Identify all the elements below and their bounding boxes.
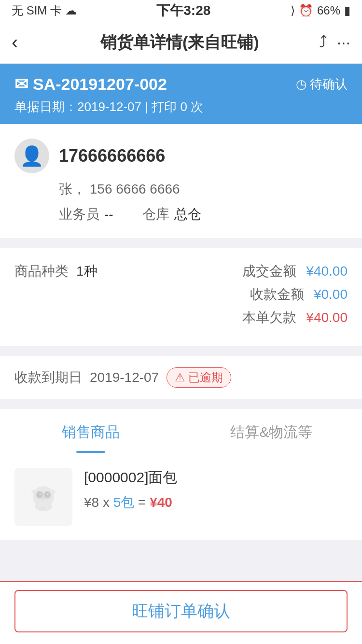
quantity: 5包: [113, 495, 135, 510]
amount-card: 商品种类 1种 成交金额 ¥40.00 收款金额 ¥0.00 本单欠款 ¥40.…: [0, 248, 362, 346]
product-item: 群+ [0000002]面包 ¥8 x 5包 = ¥40: [0, 453, 362, 540]
amount-details: 成交金额 ¥40.00 收款金额 ¥0.00 本单欠款 ¥40.00: [242, 262, 348, 332]
product-thumbnail: 群+: [24, 482, 63, 511]
status-text: 待确认: [310, 76, 348, 93]
received-value: ¥0.00: [314, 287, 348, 302]
battery-indicator: 66%: [317, 4, 340, 17]
product-type-label: 商品种类: [14, 262, 69, 280]
page-title: 销货单详情(来自旺铺): [100, 31, 259, 54]
due-row: 本单欠款 ¥40.00: [242, 308, 348, 327]
received-row: 收款金额 ¥0.00: [242, 285, 348, 304]
svg-text:群+: 群+: [41, 507, 46, 510]
nav-bar: ‹ 销货单详情(来自旺铺) ⤴ ···: [0, 21, 362, 64]
tab-sales-products-label: 销售商品: [62, 424, 120, 440]
customer-card: 👤 17666666666 张， 156 6666 6666 业务员 -- 仓库…: [0, 124, 362, 238]
tab-settlement[interactable]: 结算&物流等: [181, 409, 362, 453]
product-price-formula: ¥8 x 5包 = ¥40: [84, 493, 348, 512]
product-details: [0000002]面包 ¥8 x 5包 = ¥40: [84, 468, 348, 512]
location-icon: ⟩: [291, 4, 295, 17]
customer-name-phone: 张， 156 6666 6666: [14, 180, 348, 198]
status-time: 下午3:28: [156, 1, 210, 20]
warehouse-label: 仓库: [142, 205, 169, 224]
due-date-value: 2019-12-07: [90, 370, 159, 385]
customer-phone: 17666666666: [59, 146, 165, 166]
unit-price: ¥8: [84, 495, 99, 510]
due-label: 本单欠款: [242, 308, 296, 327]
order-number: ✉ SA-20191207-002: [14, 74, 167, 94]
multiply-sign: x: [103, 495, 113, 510]
more-button[interactable]: ···: [337, 33, 350, 52]
status-clock-icon: ◷: [296, 77, 307, 92]
salesman-label: 业务员: [59, 205, 99, 224]
tab-settlement-label: 结算&物流等: [230, 424, 312, 440]
overdue-badge: ⚠ 已逾期: [167, 367, 231, 388]
tab-sales-products[interactable]: 销售商品: [0, 409, 181, 453]
order-status: ◷ 待确认: [296, 76, 348, 93]
due-date-label: 收款到期日: [14, 368, 82, 387]
svg-point-6: [47, 494, 49, 495]
overdue-text: 已逾期: [188, 370, 223, 385]
total-price: ¥40: [150, 495, 172, 510]
svg-point-10: [35, 502, 52, 511]
warehouse-info: 仓库 总仓: [142, 205, 201, 224]
product-image: 群+: [14, 468, 72, 526]
confirm-button-wrapper: 旺铺订单确认: [0, 581, 362, 644]
share-button[interactable]: ⤴: [319, 33, 327, 52]
product-name: [0000002]面包: [84, 468, 348, 488]
user-icon: 👤: [20, 145, 44, 168]
nav-actions: ⤴ ···: [319, 33, 350, 52]
due-date-card: 收款到期日 2019-12-07 ⚠ 已逾期: [0, 356, 362, 399]
status-left: 无 SIM 卡 ☁: [12, 3, 77, 18]
order-icon: ✉: [14, 74, 28, 94]
transaction-label: 成交金额: [242, 262, 296, 280]
tabs-container: 销售商品 结算&物流等: [0, 409, 362, 453]
order-date: 单据日期：2019-12-07 | 打印 0 次: [14, 98, 348, 115]
received-label: 收款金额: [250, 285, 304, 304]
salesman-info: 业务员 --: [59, 205, 113, 224]
svg-point-5: [40, 494, 41, 495]
confirm-button[interactable]: 旺铺订单确认: [14, 590, 348, 632]
alarm-icon: ⏰: [299, 4, 313, 17]
battery-icon: ▮: [344, 4, 350, 17]
sim-indicator: 无 SIM 卡 ☁: [12, 3, 77, 18]
customer-meta: 业务员 -- 仓库 总仓: [14, 205, 348, 224]
avatar: 👤: [14, 139, 49, 173]
status-right: ⟩ ⏰ 66% ▮: [291, 4, 350, 17]
due-value: ¥40.00: [306, 310, 348, 325]
order-number-text: SA-20191207-002: [33, 75, 167, 94]
equals-sign: =: [138, 495, 150, 510]
transaction-row: 成交金额 ¥40.00: [242, 262, 348, 280]
product-type-info: 商品种类 1种: [14, 262, 97, 280]
order-banner: ✉ SA-20191207-002 ◷ 待确认 单据日期：2019-12-07 …: [0, 64, 362, 124]
transaction-value: ¥40.00: [306, 264, 348, 279]
status-bar: 无 SIM 卡 ☁ 下午3:28 ⟩ ⏰ 66% ▮: [0, 0, 362, 21]
product-type-value: 1种: [76, 262, 97, 280]
back-button[interactable]: ‹: [12, 31, 41, 53]
customer-name-text: 张: [59, 182, 72, 196]
warehouse-value: 总仓: [174, 205, 201, 224]
salesman-value: --: [104, 207, 113, 222]
customer-contact-phone: 156 6666 6666: [90, 182, 180, 196]
overdue-warning-icon: ⚠: [175, 371, 185, 384]
